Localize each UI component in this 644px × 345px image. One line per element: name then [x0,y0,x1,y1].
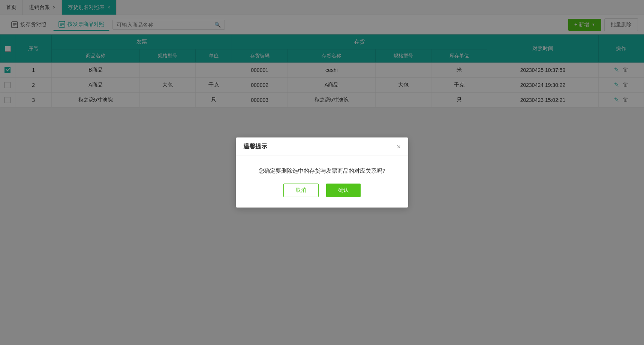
dialog-header: 温馨提示 × [236,137,408,155]
dialog-title: 温馨提示 [243,143,267,151]
dialog-message: 您确定要删除选中的存货与发票商品的对应关系吗? [259,167,385,174]
dialog-footer: 取消 确认 [236,184,408,208]
modal-overlay: 温馨提示 × 您确定要删除选中的存货与发票商品的对应关系吗? 取消 确认 [0,0,644,345]
dialog-confirm-button[interactable]: 确认 [326,184,361,197]
dialog-close-button[interactable]: × [397,143,401,150]
confirm-dialog: 温馨提示 × 您确定要删除选中的存货与发票商品的对应关系吗? 取消 确认 [236,137,408,208]
dialog-body: 您确定要删除选中的存货与发票商品的对应关系吗? [236,155,408,184]
dialog-cancel-button[interactable]: 取消 [283,184,319,197]
